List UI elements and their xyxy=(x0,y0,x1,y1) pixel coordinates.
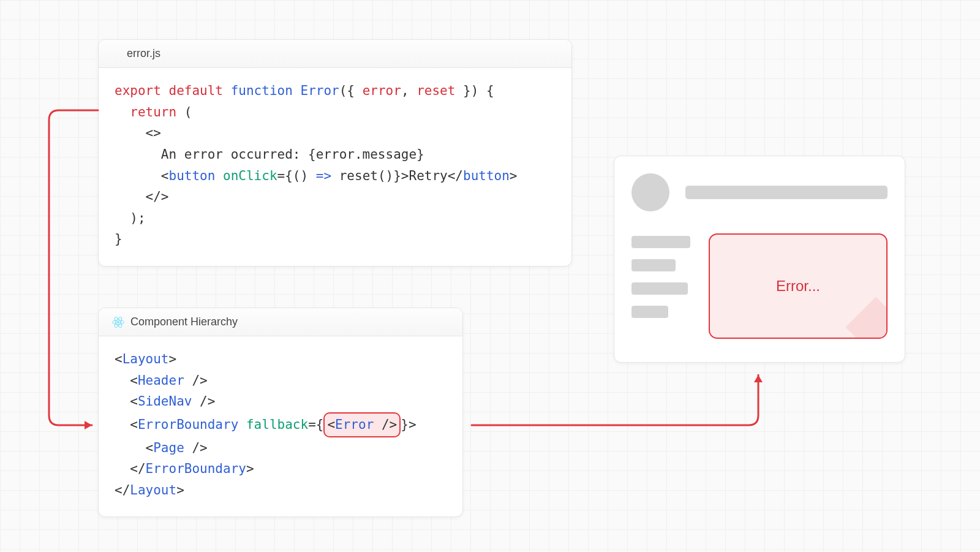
hierarchy-card-header: Component Hierarchy xyxy=(99,308,462,336)
hierarchy-card: Component Hierarchy <Layout> <Header /> … xyxy=(98,308,463,517)
svg-marker-5 xyxy=(754,375,763,382)
ui-mock-sidenav-item xyxy=(631,236,690,248)
ui-mock-error-panel: Error... xyxy=(709,233,888,339)
ui-mock-avatar xyxy=(631,173,669,211)
ui-mock-body: Error... xyxy=(631,233,888,339)
code-card-errorjs: error.js export default function Error({… xyxy=(98,39,572,267)
code-card-header: error.js xyxy=(99,40,571,68)
ui-mock-title-bar xyxy=(685,186,888,199)
react-icon xyxy=(112,316,124,328)
ui-mock-sidenav-item xyxy=(631,306,668,318)
hierarchy-card-body: <Layout> <Header /> <SideNav /> <ErrorBo… xyxy=(99,336,462,516)
svg-marker-4 xyxy=(85,421,92,429)
ui-mock-sidenav xyxy=(631,233,690,339)
hierarchy-card-title: Component Hierarchy xyxy=(130,316,238,328)
svg-point-0 xyxy=(117,321,119,323)
ui-mock-header-row xyxy=(631,173,888,211)
ui-mock-error-label: Error... xyxy=(776,278,820,295)
ui-mock-sidenav-item xyxy=(631,259,676,271)
ui-mock-sidenav-item xyxy=(631,282,688,295)
ui-mock-card: Error... xyxy=(614,156,905,363)
code-card-body: export default function Error({ error, r… xyxy=(99,68,571,266)
code-card-filename: error.js xyxy=(127,47,160,60)
